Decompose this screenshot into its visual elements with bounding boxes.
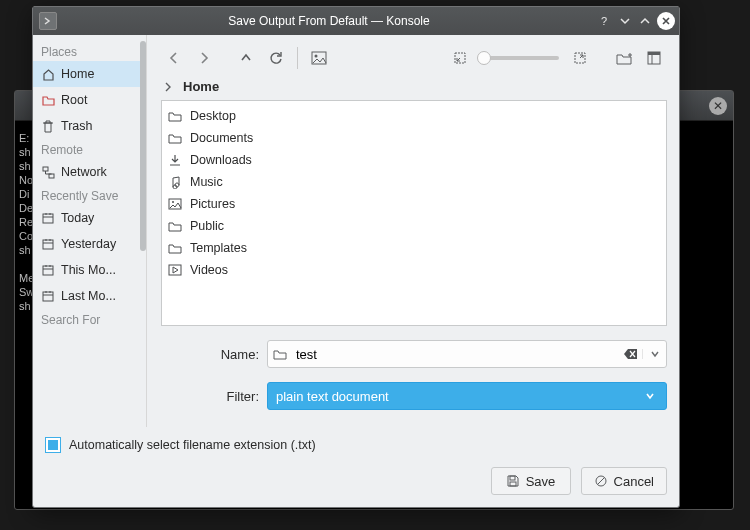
cancel-button[interactable]: Cancel [581, 467, 667, 495]
auto-extension-checkbox[interactable] [45, 437, 61, 453]
name-input[interactable] [292, 347, 620, 362]
file-item-label: Pictures [190, 197, 235, 211]
svg-point-20 [315, 55, 318, 58]
sidebar-item-network[interactable]: Network [33, 159, 146, 185]
svg-rect-15 [43, 292, 53, 301]
file-item-label: Videos [190, 263, 228, 277]
icon-size-slider[interactable] [481, 56, 559, 60]
file-item-label: Templates [190, 241, 247, 255]
file-item-downloads[interactable]: Downloads [168, 149, 660, 171]
sidebar-item-home[interactable]: Home [33, 61, 146, 87]
svg-rect-30 [510, 482, 516, 486]
up-button[interactable] [233, 45, 259, 71]
file-item-label: Public [190, 219, 224, 233]
minimize-icon[interactable] [617, 13, 633, 29]
file-item-label: Documents [190, 131, 253, 145]
folder-icon [268, 348, 292, 360]
sidebar-section-header: Search For [33, 309, 146, 329]
back-button[interactable] [161, 45, 187, 71]
chevron-down-icon [642, 391, 658, 401]
sidebar-item-label: Yesterday [61, 237, 116, 251]
sidebar-item-label: This Mo... [61, 263, 116, 277]
svg-rect-28 [169, 265, 181, 275]
name-history-dropdown[interactable] [642, 349, 666, 359]
file-item-label: Desktop [190, 109, 236, 123]
background-close-icon[interactable]: ✕ [709, 97, 727, 115]
auto-extension-label: Automatically select filename extension … [69, 438, 316, 452]
music-icon [168, 175, 182, 189]
video-icon [168, 263, 182, 277]
save-dialog: Save Output From Default — Konsole ? Pla… [32, 6, 680, 508]
zoom-in-icon[interactable] [567, 45, 593, 71]
zoom-out-icon[interactable] [447, 45, 473, 71]
cancel-forbid-icon [594, 474, 608, 488]
sidebar-item-root[interactable]: Root [33, 87, 146, 113]
name-field[interactable] [267, 340, 667, 368]
chevron-right-icon [163, 82, 173, 92]
svg-rect-1 [43, 167, 48, 171]
folder-outline-icon [168, 219, 182, 233]
svg-rect-3 [43, 214, 53, 223]
sidebar-item-label: Network [61, 165, 107, 179]
file-item-templates[interactable]: Templates [168, 237, 660, 259]
sidebar-scrollbar[interactable] [140, 41, 146, 421]
svg-text:?: ? [601, 15, 607, 27]
sidebar-item-label: Home [61, 67, 94, 81]
help-icon[interactable]: ? [597, 13, 613, 29]
image-icon [168, 197, 182, 211]
titlebar[interactable]: Save Output From Default — Konsole ? [33, 7, 679, 35]
sidebar-item-today[interactable]: Today [33, 205, 146, 231]
folder-outline-icon [168, 109, 182, 123]
sidebar-item-label: Trash [61, 119, 93, 133]
sidebar-item-label: Today [61, 211, 94, 225]
home-icon [41, 67, 55, 81]
forward-button[interactable] [191, 45, 217, 71]
sidebar-item-yesterday[interactable]: Yesterday [33, 231, 146, 257]
save-button[interactable]: Save [491, 467, 571, 495]
sidebar-section-header: Places [33, 41, 146, 61]
toolbar [161, 41, 667, 75]
file-item-label: Music [190, 175, 223, 189]
svg-line-32 [597, 478, 604, 485]
reload-button[interactable] [263, 45, 289, 71]
sidebar-section-header: Remote [33, 139, 146, 159]
download-icon [168, 153, 182, 167]
sidebar-section-header: Recently Save [33, 185, 146, 205]
file-list[interactable]: DesktopDocumentsDownloadsMusicPicturesPu… [161, 100, 667, 326]
file-item-music[interactable]: Music [168, 171, 660, 193]
file-item-desktop[interactable]: Desktop [168, 105, 660, 127]
file-item-documents[interactable]: Documents [168, 127, 660, 149]
svg-rect-29 [510, 476, 515, 480]
svg-rect-24 [648, 52, 660, 55]
file-item-pictures[interactable]: Pictures [168, 193, 660, 215]
network-icon [41, 165, 55, 179]
folder-outline-icon [168, 131, 182, 145]
sidebar-item-last-mo-[interactable]: Last Mo... [33, 283, 146, 309]
view-options-button[interactable] [641, 45, 667, 71]
new-folder-button[interactable] [611, 45, 637, 71]
places-panel: PlacesHomeRootTrashRemoteNetworkRecently… [33, 35, 147, 427]
filter-dropdown[interactable]: plain text document [267, 382, 667, 410]
calendar-icon [41, 263, 55, 277]
svg-rect-11 [43, 266, 53, 275]
name-label: Name: [161, 347, 259, 362]
maximize-icon[interactable] [637, 13, 653, 29]
app-prompt-icon [39, 12, 57, 30]
filter-value: plain text document [276, 389, 642, 404]
sidebar-item-trash[interactable]: Trash [33, 113, 146, 139]
breadcrumb[interactable]: Home [161, 75, 667, 100]
svg-rect-7 [43, 240, 53, 249]
sidebar-item-this-mo-[interactable]: This Mo... [33, 257, 146, 283]
breadcrumb-current[interactable]: Home [183, 79, 219, 94]
save-disk-icon [506, 474, 520, 488]
filter-label: Filter: [161, 389, 259, 404]
folder-icon [41, 93, 55, 107]
file-item-public[interactable]: Public [168, 215, 660, 237]
trash-icon [41, 119, 55, 133]
preview-toggle[interactable] [306, 45, 332, 71]
file-item-videos[interactable]: Videos [168, 259, 660, 281]
clear-name-icon[interactable] [620, 348, 642, 360]
calendar-icon [41, 289, 55, 303]
sidebar-item-label: Root [61, 93, 87, 107]
close-icon[interactable] [657, 12, 675, 30]
